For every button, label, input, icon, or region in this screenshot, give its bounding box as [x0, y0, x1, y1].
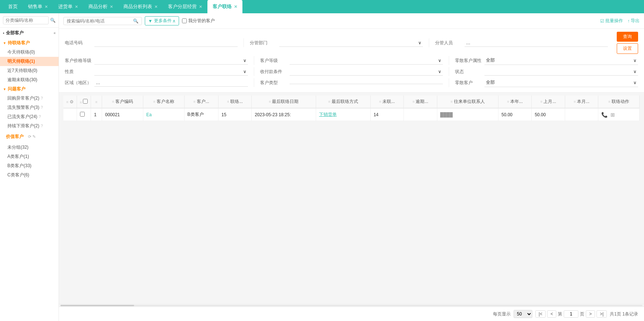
phone-action-icon[interactable]: 📞: [601, 112, 608, 118]
sidebar-tomorrow-contact[interactable]: 明天待联络(1): [0, 57, 59, 66]
nav-purchase[interactable]: 进货单 ✕: [53, 0, 83, 13]
qr-action-icon[interactable]: ⊞: [610, 112, 615, 118]
search-input[interactable]: [67, 18, 133, 24]
help-icon-0[interactable]: ?: [41, 96, 43, 100]
row-last-contact-method[interactable]: 下销货单: [316, 108, 370, 121]
customer-level-chevron: ∨: [438, 58, 441, 63]
sidebar-b-class[interactable]: B类客户(33): [0, 161, 59, 170]
status-label: 状态: [455, 69, 484, 75]
help-icon-3[interactable]: ?: [41, 124, 43, 128]
page-number-input[interactable]: [564, 310, 578, 318]
customer-type-select[interactable]: [290, 82, 443, 84]
col-last-month[interactable]: 上月...: [532, 96, 565, 108]
col-last-contact-date[interactable]: 最后联络日期: [252, 96, 316, 108]
gender-select[interactable]: ∨: [94, 68, 248, 76]
settings-gear-icon[interactable]: ⚙: [70, 99, 74, 104]
filter-chevron-icon: ∧: [172, 18, 176, 24]
region-label: 区域（地区）: [65, 80, 94, 86]
sidebar-declining[interactable]: 持续下滑客户(2) ?: [0, 121, 59, 131]
my-customers-checkbox[interactable]: [182, 18, 187, 23]
sidebar-overdue-contact[interactable]: 逾期未联络(30): [0, 75, 59, 84]
filter-divider-6: [449, 67, 449, 76]
customer-level-select[interactable]: ∨: [290, 57, 443, 65]
collapse-all-icon[interactable]: «: [53, 31, 56, 35]
prev-page-button[interactable]: <: [547, 310, 556, 318]
filter-divider-3: [254, 56, 254, 65]
nav-customer-contact[interactable]: 客户联络 ✕: [207, 0, 242, 13]
col-unit-contact[interactable]: 往来单位联系人: [437, 96, 498, 108]
row-checkbox: [77, 108, 91, 121]
close-purchase-icon[interactable]: ✕: [75, 4, 78, 9]
col-code[interactable]: 客户编码: [102, 96, 143, 108]
close-sales-icon[interactable]: ✕: [45, 4, 48, 9]
scrollbar-thumb[interactable]: [60, 305, 134, 306]
row-unlinked: 14: [370, 108, 403, 121]
row-code[interactable]: 000021: [102, 108, 143, 121]
retail-attr-select[interactable]: 全部 ∨: [484, 56, 638, 65]
sidebar-c-class[interactable]: C类客户(6): [0, 170, 59, 180]
col-name[interactable]: 客户名称: [143, 96, 184, 108]
filter-row-3: 性质 ∨ 收付款条件 ∨ 状态: [65, 67, 638, 76]
batch-op-button[interactable]: ☑ 批量操作: [600, 18, 623, 24]
more-filter-button[interactable]: ▼ 更多条件 ∧: [145, 16, 179, 25]
close-product-list-icon[interactable]: ✕: [154, 4, 158, 9]
retail-customer-select[interactable]: 全部 ∨: [484, 78, 638, 87]
sidebar-churned[interactable]: 已流失客户(24) ?: [0, 112, 59, 121]
sidebar-ungrouped[interactable]: 未分组(32): [0, 143, 59, 152]
status-select[interactable]: ∨: [484, 68, 638, 76]
sidebar-a-class[interactable]: A类客户(1): [0, 152, 59, 161]
col-overdue[interactable]: 逾期...: [404, 96, 437, 108]
sidebar-week-contact[interactable]: 近7天待联络(0): [0, 66, 59, 75]
sidebar-today-contact[interactable]: 今天待联络(0): [0, 48, 59, 57]
nav-customer-tier[interactable]: 客户分层经营 ✕: [163, 0, 207, 13]
sidebar-repurchase-abnormal[interactable]: 回购异常客户(2) ?: [0, 94, 59, 103]
close-customer-tier-icon[interactable]: ✕: [199, 4, 202, 9]
phone-input[interactable]: [94, 39, 238, 47]
col-year-amount[interactable]: 本年...: [498, 96, 532, 108]
last-page-button[interactable]: >|: [596, 310, 607, 318]
reset-button[interactable]: 设置: [617, 43, 638, 54]
region-select[interactable]: …: [94, 79, 248, 87]
row-select-checkbox[interactable]: [80, 112, 85, 117]
help-icon-1[interactable]: ?: [41, 106, 43, 110]
sidebar-search-input[interactable]: [3, 16, 49, 24]
search-submit-icon[interactable]: 🔍: [133, 18, 139, 24]
settings-col-header[interactable]: ⚙: [63, 96, 77, 108]
first-page-button[interactable]: |<: [535, 310, 546, 318]
col-this-month[interactable]: 本月...: [565, 96, 598, 108]
dept-select[interactable]: ∨: [279, 39, 423, 47]
next-page-button[interactable]: >: [586, 310, 595, 318]
value-customers-group[interactable]: 价值客户: [3, 132, 27, 141]
row-name[interactable]: Ea: [143, 108, 184, 121]
payment-select[interactable]: ∨: [290, 68, 443, 76]
contact-method-link[interactable]: 下销货单: [319, 112, 337, 117]
nav-product-list[interactable]: 商品分析列表 ✕: [118, 0, 163, 13]
select-all-checkbox[interactable]: [83, 99, 88, 104]
retail-attr-filter: 零散客户属性 全部 ∨: [455, 56, 638, 65]
col-customer-type[interactable]: 客户...: [184, 96, 218, 108]
waiting-contact-group[interactable]: 待联络客户: [0, 38, 59, 48]
retail-attr-chevron: ∨: [633, 58, 637, 63]
customer-type-label: 客户类型: [260, 80, 290, 86]
sidebar-churn-warning[interactable]: 流失预警客户(3) ?: [0, 103, 59, 112]
problem-customers-group[interactable]: 问题客户: [0, 84, 59, 94]
col-unlinked[interactable]: 未联...: [370, 96, 403, 108]
col-contact-count[interactable]: 联络...: [218, 96, 252, 108]
manager-select[interactable]: …: [465, 39, 608, 47]
nav-home[interactable]: 首页: [3, 0, 23, 13]
horizontal-scrollbar[interactable]: [59, 304, 644, 307]
close-customer-contact-icon[interactable]: ✕: [234, 4, 237, 9]
filter-divider-1: [244, 38, 244, 47]
query-button[interactable]: 查询: [617, 32, 638, 42]
nav-sales[interactable]: 销售单 ✕: [23, 0, 53, 13]
customer-level-label: 客户等级: [260, 58, 290, 64]
col-last-contact-method[interactable]: 最后联络方式: [316, 96, 370, 108]
page-size-select[interactable]: 50 100: [514, 310, 532, 318]
help-icon-2[interactable]: ?: [39, 115, 41, 119]
price-level-select[interactable]: ∨: [94, 57, 248, 65]
nav-product-analysis[interactable]: 商品分析 ✕: [83, 0, 118, 13]
close-product-analysis-icon[interactable]: ✕: [110, 4, 113, 9]
sidebar-search-icon[interactable]: 🔍: [50, 18, 56, 23]
export-button[interactable]: ↑ 导出: [627, 18, 640, 24]
all-customers-title[interactable]: ▪ 全部客户 «: [0, 28, 59, 38]
